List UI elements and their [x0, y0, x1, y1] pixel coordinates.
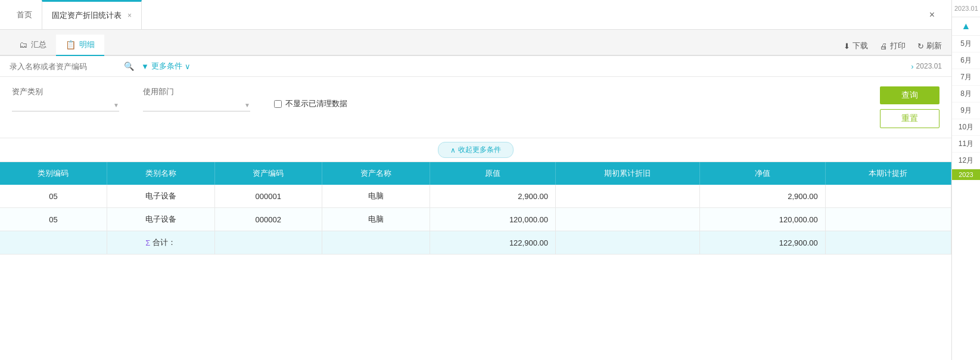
query-button[interactable]: 查询 [880, 86, 939, 104]
sidebar-nav-up[interactable]: ▲ [952, 17, 980, 36]
sidebar-date: 2023.01 [952, 0, 980, 17]
asset-category-field: 资产类别 ▼ [12, 86, 119, 111]
table-cell: 05 [0, 185, 107, 208]
refresh-label: 刷新 [926, 41, 942, 51]
download-icon: ⬇ [844, 42, 850, 51]
table-cell [555, 185, 699, 208]
summary-cell [322, 231, 430, 255]
table-cell: 120,000.00 [699, 208, 825, 231]
tab-close-button[interactable]: × [127, 11, 132, 20]
summary-cell: 122,900.00 [430, 231, 555, 255]
print-button[interactable]: 🖨 打印 [880, 41, 906, 51]
sidebar-month-8[interactable]: 8月 [952, 86, 980, 103]
reset-button[interactable]: 重置 [880, 109, 939, 128]
summary-cell: 122,900.00 [699, 231, 825, 255]
sigma-icon: Σ [145, 238, 150, 247]
table-row: 05电子设备000002电脑120,000.00120,000.00 [0, 208, 951, 231]
col-original-value: 原值 [430, 162, 555, 185]
arrow-right-icon: › [911, 62, 913, 71]
chevron-down-icon-2: ▼ [244, 102, 250, 108]
table-cell: 05 [0, 208, 107, 231]
collapse-icon: ∧ [450, 146, 456, 154]
table-cell [825, 208, 951, 231]
sidebar-month-11[interactable]: 11月 [952, 136, 980, 153]
more-filter-label: 更多条件 [151, 61, 182, 72]
sidebar-month-10[interactable]: 10月 [952, 119, 980, 136]
tab-summary-label: 汇总 [31, 39, 46, 50]
col-category-code: 类别编码 [0, 162, 107, 185]
summary-label-text: 合计： [153, 237, 176, 248]
sidebar-month-6[interactable]: 6月 [952, 52, 980, 69]
dept-field: 使用部门 ▼ [143, 86, 250, 111]
active-tab[interactable]: 固定资产折旧统计表 × [42, 0, 142, 29]
table-cell: 电子设备 [107, 185, 214, 208]
download-button[interactable]: ⬇ 下载 [844, 41, 868, 51]
filter-buttons: 查询 重置 [880, 86, 939, 128]
sidebar-month-12[interactable]: 12月 [952, 153, 980, 169]
tab-detail-label: 明细 [79, 39, 95, 50]
collapse-button[interactable]: ∧ 收起更多条件 [438, 142, 514, 158]
search-icon[interactable]: 🔍 [124, 61, 134, 71]
date-display: 2023.01 [916, 62, 942, 70]
download-label: 下载 [853, 41, 868, 51]
home-nav[interactable]: 首页 [7, 0, 42, 29]
filter-bar: 🔍 ▼ 更多条件 ∨ › 2023.01 [0, 56, 951, 77]
sidebar-month-7[interactable]: 7月 [952, 69, 980, 86]
asset-category-label: 资产类别 [12, 86, 119, 97]
col-category-name: 类别名称 [107, 162, 214, 185]
col-asset-name: 资产名称 [322, 162, 430, 185]
col-net-value: 净值 [699, 162, 825, 185]
summary-cell [555, 231, 699, 255]
tab-bar: 🗂 汇总 📋 明细 ⬇ 下载 🖨 打印 ↻ 刷新 [0, 30, 951, 56]
tab-summary[interactable]: 🗂 汇总 [10, 35, 56, 56]
date-nav-button[interactable]: › 2023.01 [911, 62, 942, 71]
data-table-container: 类别编码 类别名称 资产编码 资产名称 原值 期初累计折旧 净值 本期计提折 0… [0, 162, 951, 360]
table-cell [825, 185, 951, 208]
table-cell: 2,900.00 [430, 185, 555, 208]
asset-category-select[interactable]: ▼ [12, 100, 119, 111]
sidebar-month-5[interactable]: 5月 [952, 36, 980, 52]
right-sidebar: 2023.01 ▲ 5月 6月 7月 8月 9月 10月 11月 12月 202… [951, 0, 980, 360]
col-asset-code: 资产编码 [214, 162, 322, 185]
summary-cell: Σ合计： [107, 231, 214, 255]
table-cell: 电脑 [322, 208, 430, 231]
tab-detail[interactable]: 📋 明细 [56, 35, 104, 56]
data-table: 类别编码 类别名称 资产编码 资产名称 原值 期初累计折旧 净值 本期计提折 0… [0, 162, 951, 255]
tab-actions: ⬇ 下载 🖨 打印 ↻ 刷新 [844, 41, 942, 55]
print-label: 打印 [890, 41, 906, 51]
print-icon: 🖨 [880, 42, 888, 51]
table-cell: 000002 [214, 208, 322, 231]
summary-cell [214, 231, 322, 255]
summary-row: Σ合计：122,900.00122,900.00 [0, 231, 951, 255]
hide-cleared-checkbox[interactable] [274, 100, 282, 108]
sidebar-month-9[interactable]: 9月 [952, 103, 980, 119]
summary-cell [0, 231, 107, 255]
table-cell: 电脑 [322, 185, 430, 208]
chevron-down-icon: ∨ [185, 62, 191, 71]
summary-icon: 🗂 [19, 40, 27, 49]
col-accum-depreciation: 期初累计折旧 [555, 162, 699, 185]
table-header-row: 类别编码 类别名称 资产编码 资产名称 原值 期初累计折旧 净值 本期计提折 [0, 162, 951, 185]
chevron-down-icon: ▼ [113, 102, 119, 108]
table-row: 05电子设备000001电脑2,900.002,900.00 [0, 185, 951, 208]
table-cell: 000001 [214, 185, 322, 208]
advanced-filter: 资产类别 ▼ 使用部门 ▼ 不显示已清理数据 查询 重置 [0, 77, 951, 138]
search-input[interactable] [10, 62, 117, 71]
window-close-button[interactable]: × [920, 10, 944, 20]
top-nav: 首页 固定资产折旧统计表 × × [0, 0, 951, 30]
refresh-button[interactable]: ↻ 刷新 [917, 41, 942, 51]
sidebar-year-badge: 2023 [952, 169, 980, 180]
hide-cleared-label: 不显示已清理数据 [285, 98, 347, 109]
more-filter-button[interactable]: ▼ 更多条件 ∨ [141, 61, 191, 72]
table-cell: 120,000.00 [430, 208, 555, 231]
summary-cell [825, 231, 951, 255]
table-cell [555, 208, 699, 231]
collapse-label: 收起更多条件 [458, 145, 501, 155]
table-cell: 2,900.00 [699, 185, 825, 208]
collapse-bar: ∧ 收起更多条件 [0, 138, 951, 162]
filter-icon: ▼ [141, 62, 149, 71]
col-current-depreciation: 本期计提折 [825, 162, 951, 185]
dept-select[interactable]: ▼ [143, 100, 250, 111]
tab-title: 固定资产折旧统计表 [52, 10, 122, 21]
table-cell: 电子设备 [107, 208, 214, 231]
